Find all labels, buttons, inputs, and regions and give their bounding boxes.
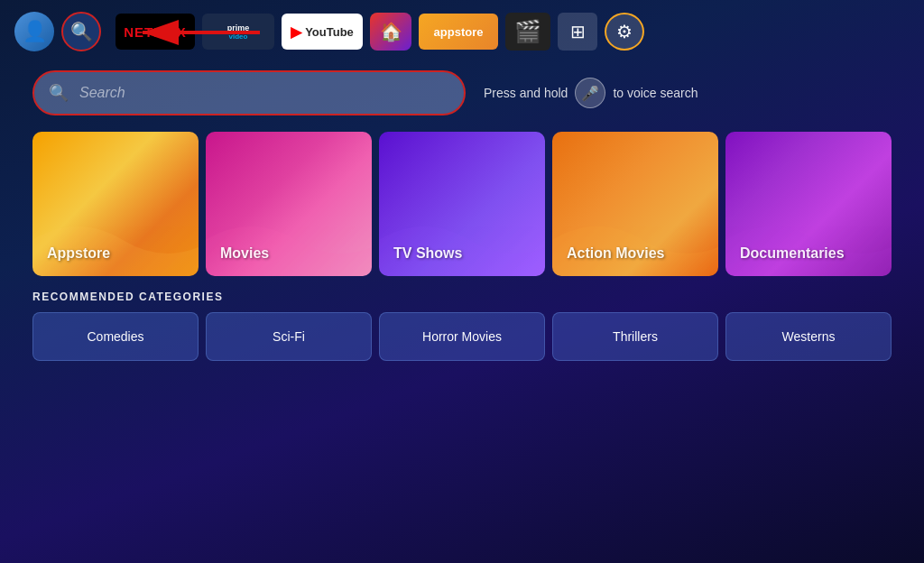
- rec-comedies[interactable]: Comedies: [32, 312, 199, 361]
- search-icon: 🔍: [70, 21, 93, 42]
- app-youtube[interactable]: ▶ YouTube: [282, 14, 363, 50]
- search-input[interactable]: [34, 72, 464, 114]
- recommended-row: Comedies Sci-Fi Horror Movies Thrillers …: [32, 312, 892, 361]
- nav-apps: NETFLIX prime video ▶ YouTube 🏠 appstore…: [116, 13, 910, 51]
- app-prime-video[interactable]: prime video: [202, 14, 274, 50]
- voice-hint: Press and hold 🎤 to voice search: [484, 78, 698, 108]
- settings-icon: ⚙: [616, 21, 633, 42]
- youtube-play-icon: ▶: [291, 23, 301, 41]
- tile-action-movies[interactable]: Action Movies: [552, 132, 718, 276]
- tile-wave-movies: [206, 204, 372, 276]
- grid-icon: ⊞: [570, 21, 586, 42]
- app-netflix[interactable]: NETFLIX: [116, 14, 195, 50]
- mic-icon: 🎤: [581, 85, 599, 102]
- tile-wave-appstore: [32, 204, 199, 276]
- tile-documentaries[interactable]: Documentaries: [725, 132, 892, 276]
- cinema-icon: 🎬: [514, 19, 541, 44]
- tile-movies[interactable]: Movies: [206, 132, 372, 276]
- recommended-section: RECOMMENDED CATEGORIES Comedies Sci-Fi H…: [0, 291, 924, 361]
- tile-wave-docs: [725, 204, 892, 276]
- recommended-heading: RECOMMENDED CATEGORIES: [32, 291, 892, 303]
- app-settings[interactable]: ⚙: [605, 13, 644, 51]
- tiles-row: Appstore Movies TV Shows Action Movies D: [32, 132, 892, 276]
- top-bar: 👤 🔍 NETFLIX prime video ▶ YouTube 🏠 apps…: [0, 0, 924, 63]
- mic-button[interactable]: 🎤: [575, 78, 605, 108]
- tile-tvshows[interactable]: TV Shows: [379, 132, 545, 276]
- rec-scifi[interactable]: Sci-Fi: [206, 312, 372, 361]
- category-tiles: Appstore Movies TV Shows Action Movies D: [0, 128, 924, 291]
- app-appstore-nav[interactable]: appstore: [419, 14, 498, 50]
- search-area: 🔍 Press and hold 🎤 to voice search: [0, 63, 924, 128]
- search-bar-wrapper: 🔍: [32, 70, 466, 115]
- app-grid[interactable]: ⊞: [558, 13, 597, 51]
- tile-wave-action: [552, 204, 718, 276]
- home-icon: 🏠: [380, 21, 402, 42]
- rec-thrillers[interactable]: Thrillers: [552, 312, 718, 361]
- avatar[interactable]: 👤: [14, 12, 54, 51]
- app-cinema[interactable]: 🎬: [505, 13, 550, 51]
- tile-appstore[interactable]: Appstore: [32, 132, 199, 276]
- rec-horror-movies[interactable]: Horror Movies: [379, 312, 545, 361]
- app-home[interactable]: 🏠: [370, 13, 411, 51]
- rec-westerns[interactable]: Westerns: [725, 312, 892, 361]
- search-icon-button[interactable]: 🔍: [61, 12, 101, 51]
- tile-wave-tvshows: [379, 204, 545, 276]
